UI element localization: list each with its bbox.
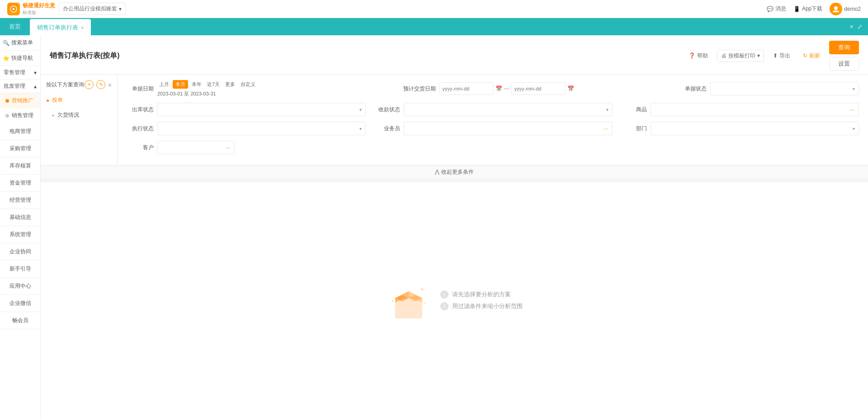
last-month-btn[interactable]: 上月 (157, 80, 171, 89)
custom-date-btn[interactable]: 自定义 (239, 80, 257, 89)
exec-status-select[interactable]: ▾ (157, 122, 366, 135)
doc-status-select[interactable]: ▾ (710, 82, 859, 95)
search-icon: 🔍 (3, 40, 9, 46)
step-1-num: 1 (440, 290, 448, 299)
message-btn[interactable]: 💬 消息 (767, 5, 786, 13)
this-year-btn[interactable]: 本年 (190, 80, 203, 89)
sidebar-item-wholesale[interactable]: 批发管理 ▴ (0, 80, 40, 93)
sidebar-item-inventory[interactable]: 库存核算 (0, 157, 40, 175)
tab-sales-order[interactable]: 销售订单执行表 × (30, 19, 91, 36)
tab-close-btn[interactable]: × (81, 25, 84, 30)
sidebar-item-ecom[interactable]: 电商管理 (0, 123, 40, 140)
phone-icon: 📱 (793, 6, 800, 12)
app-download-btn[interactable]: 📱 App下载 (793, 5, 822, 13)
filter-sales-person: 业务员 ··· (373, 122, 612, 135)
company-selector[interactable]: 办公用品行业模拟账套 ▾ (59, 3, 126, 15)
tab-close-window-icon[interactable]: × (850, 23, 854, 30)
out-stock-select[interactable]: ▾ (157, 103, 366, 116)
receipt-status-select[interactable]: ▾ (404, 103, 612, 116)
filter-edit-btn[interactable]: ✎ (96, 80, 105, 89)
content-area: 销售订单执行表(按单) ❓ 帮助 🖨 按模板打印 ▾ ⬆ 导出 ↻ 刷新 (41, 35, 868, 418)
sidebar-item-member[interactable]: 畅会员 (0, 312, 40, 329)
svg-text:✦: ✦ (423, 302, 426, 306)
page-actions: ❓ 帮助 🖨 按模板打印 ▾ ⬆ 导出 ↻ 刷新 查询 (685, 41, 859, 71)
star-icon: ⭐ (3, 55, 9, 62)
export-btn[interactable]: ⬆ 导出 (769, 50, 794, 62)
receipt-chevron-icon: ▾ (606, 107, 609, 112)
forecast-date-from[interactable] (439, 82, 494, 95)
page-header: 销售订单执行表(按单) ❓ 帮助 🖨 按模板打印 ▾ ⬆ 导出 ↻ 刷新 (41, 35, 868, 75)
customer-select[interactable]: ··· (157, 141, 235, 154)
filter-receipt-status: 收款状态 ▾ (373, 103, 612, 116)
sidebar-item-system[interactable]: 系统管理 (0, 226, 40, 243)
sidebar-item-appcenter[interactable]: 应用中心 (0, 278, 40, 295)
sidebar-item-newuser[interactable]: 新手引导 (0, 261, 40, 278)
last7days-btn[interactable]: 近7天 (205, 80, 222, 89)
svg-point-3 (5, 114, 9, 118)
filter-add-btn[interactable]: + (85, 80, 94, 89)
sidebar-item-funds[interactable]: 资金管理 (0, 175, 40, 192)
filter-side-item-pressing[interactable]: ● 按单 (41, 93, 117, 108)
user-avatar-btn[interactable]: demo2 (830, 3, 861, 15)
customer-ellipsis-icon[interactable]: ··· (225, 144, 231, 151)
svg-text:✦: ✦ (391, 299, 394, 304)
sidebar-item-enterprise[interactable]: 企业协同 (0, 243, 40, 261)
customer-label: 客户 (127, 144, 154, 152)
tab-maximize-icon[interactable]: ⤢ (857, 23, 863, 30)
filter-side-item-debt[interactable]: ● 欠货情况 (41, 108, 117, 123)
filter-side-panel: 按以下方案查询 + ✎ « ● 按单 ● 欠货情况 (41, 75, 118, 165)
sidebar-item-basic[interactable]: 基础信息 (0, 209, 40, 226)
goods-select[interactable]: ··· (651, 103, 859, 116)
avatar (830, 3, 842, 15)
exec-chevron-icon: ▾ (359, 126, 362, 131)
filter-dept: 部门 ▾ (620, 122, 859, 135)
doc-date-label: 单据日期 (127, 85, 154, 93)
filter-doc-status: 单据状态 ▾ (679, 82, 859, 95)
tab-home[interactable]: 首页 (0, 18, 30, 35)
sidebar-sub-sales[interactable]: 销售管理 (0, 108, 40, 123)
tab-bar-right: × ⤢ (850, 23, 868, 30)
goods-ellipsis-icon[interactable]: ··· (849, 106, 855, 113)
message-icon: 💬 (767, 6, 774, 12)
empty-text-area: 1 请先选择要分析的方案 2 用过滤条件来缩小分析范围 (440, 290, 523, 310)
filter-row-2: 出库状态 ▾ 收款状态 ▾ 商品 (127, 103, 859, 116)
print-btn[interactable]: 🖨 按模板打印 ▾ (717, 50, 764, 62)
empty-icon-area: ✦ ✦ ✦ 1 请先选择要分析的方案 2 用过滤条件来缩小分析范围 (386, 278, 523, 323)
header-left: 畅捷通好生意 标准版 办公用品行业模拟账套 ▾ (7, 2, 126, 16)
print-icon: 🖨 (721, 52, 726, 59)
sales-person-label: 业务员 (373, 125, 400, 133)
sidebar-item-biz[interactable]: 经营管理 (0, 192, 40, 209)
collapse-icon: ⋀ (435, 169, 441, 175)
filter-collapse-btn[interactable]: « (108, 81, 112, 88)
dept-select[interactable]: ▾ (651, 122, 859, 135)
wholesale-chevron-icon: ▴ (34, 83, 37, 90)
filter-main-fields: 单据日期 上月 本月 本年 近7天 更多 自定义 2023- (118, 75, 868, 165)
filter-side-actions: + ✎ « (85, 80, 112, 89)
calendar-from-icon: 📅 (495, 86, 502, 92)
query-button[interactable]: 查询 (829, 41, 859, 54)
logo-icon (7, 3, 20, 15)
refresh-icon: ↻ (803, 52, 807, 59)
sidebar-sub-marketing[interactable]: 营销推广 (0, 93, 40, 108)
more-date-btn[interactable]: 更多 (223, 80, 237, 89)
filter-doc-date: 单据日期 上月 本月 本年 近7天 更多 自定义 2023- (127, 80, 396, 97)
refresh-btn[interactable]: ↻ 刷新 (799, 50, 824, 62)
sidebar-search[interactable]: 🔍 搜索菜单 (0, 35, 40, 51)
forecast-date-to[interactable] (511, 82, 566, 95)
settings-button[interactable]: 设置 (829, 57, 859, 71)
sales-person-ellipsis-icon[interactable]: ··· (603, 125, 609, 132)
help-btn[interactable]: ❓ 帮助 (685, 50, 712, 62)
filter-row-3: 执行状态 ▾ 业务员 ··· 部门 (127, 122, 859, 135)
logo-text-block: 畅捷通好生意 标准版 (23, 2, 55, 16)
sidebar-item-retail[interactable]: 零售管理 ▾ (0, 66, 40, 80)
this-month-btn[interactable]: 本月 (173, 80, 188, 89)
empty-step-1: 1 请先选择要分析的方案 (440, 290, 523, 299)
collapse-more-bar[interactable]: ⋀ 收起更多条件 (41, 165, 868, 179)
filter-goods: 商品 ··· (620, 103, 859, 116)
sidebar-item-entwechat[interactable]: 企业微信 (0, 295, 40, 312)
sidebar-item-purchase[interactable]: 采购管理 (0, 140, 40, 157)
sales-person-select[interactable]: ··· (404, 122, 612, 135)
retail-chevron-icon: ▾ (34, 70, 37, 76)
svg-text:✦: ✦ (420, 286, 425, 293)
sidebar-quick-nav[interactable]: ⭐ 快捷导航 (0, 51, 40, 66)
